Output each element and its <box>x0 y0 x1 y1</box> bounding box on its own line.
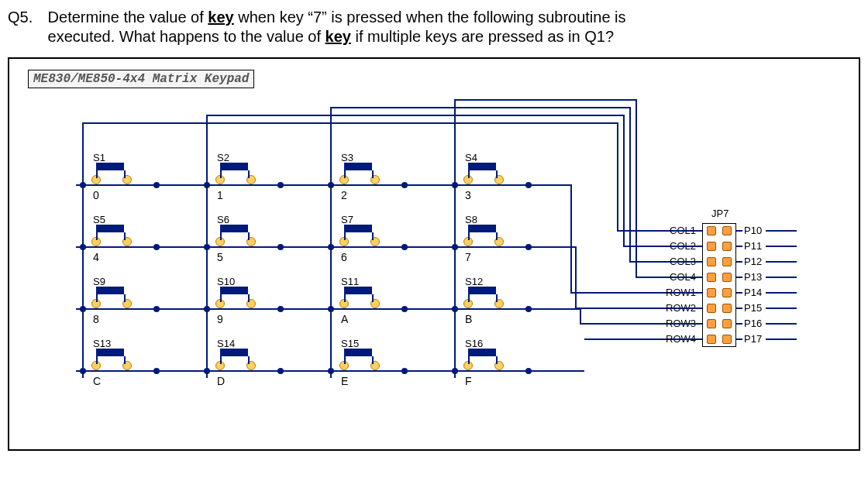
switch-label-S6: S6 <box>217 214 229 225</box>
switch-cap-S13 <box>96 349 124 356</box>
switch-key-S15: E <box>341 375 348 387</box>
diagram-title: ME830/ME850-4x4 Matrix Keypad <box>28 70 254 88</box>
jp-pad-r-0 <box>722 226 732 235</box>
switch-key-S10: 9 <box>217 313 223 325</box>
switch-key-S16: F <box>465 375 472 387</box>
switch-key-S6: 5 <box>217 251 223 263</box>
row-drop-2 <box>580 308 581 323</box>
jp-title: JP7 <box>711 208 728 219</box>
jp-pad-l-1 <box>707 242 716 251</box>
switch-label-S8: S8 <box>465 214 477 225</box>
jp-pad-r-5 <box>722 304 732 313</box>
col-drop-0 <box>617 122 618 230</box>
switch-label-S3: S3 <box>341 152 353 163</box>
jp-pad-l-6 <box>707 319 716 328</box>
switch-label-S4: S4 <box>465 152 477 163</box>
switch-cap-S6 <box>220 225 248 232</box>
question-text: Q5. Determine the value of key when key … <box>8 8 860 46</box>
switch-cap-S10 <box>220 287 248 294</box>
jp-pad-l-3 <box>707 273 716 282</box>
switch-cap-S1 <box>96 163 124 170</box>
switch-key-S7: 6 <box>341 251 347 263</box>
switch-cap-S11 <box>344 287 372 294</box>
switch-cap-S14 <box>220 349 248 356</box>
col-drop-3 <box>636 99 637 277</box>
diagram-frame: ME830/ME850-4x4 Matrix Keypad S10S21S32S… <box>8 57 860 451</box>
col-bus-3 <box>454 99 636 101</box>
switch-label-S1: S1 <box>93 152 105 163</box>
switch-key-S1: 0 <box>93 189 99 201</box>
switch-key-S3: 2 <box>341 189 347 201</box>
col-drop-2 <box>629 107 631 261</box>
col-bus-0 <box>82 122 617 124</box>
switch-label-S5: S5 <box>93 214 105 225</box>
jp-pad-r-7 <box>722 335 732 344</box>
jp-pad-l-4 <box>707 288 716 297</box>
switch-label-S7: S7 <box>341 214 353 225</box>
switch-key-S5: 4 <box>93 251 99 263</box>
col-wire-3 <box>454 99 456 378</box>
switch-label-S15: S15 <box>341 338 359 349</box>
switch-key-S13: C <box>93 375 101 387</box>
col-bus-2 <box>330 107 629 108</box>
col-drop-1 <box>623 115 625 246</box>
switch-label-S11: S11 <box>341 276 359 287</box>
switch-key-S11: A <box>341 313 348 325</box>
switch-cap-S15 <box>344 349 372 356</box>
jp-pad-l-2 <box>707 257 716 266</box>
row-to-jp-0 <box>570 292 671 294</box>
switch-key-S4: 3 <box>465 189 471 201</box>
switch-cap-S7 <box>344 225 372 232</box>
row-drop-1 <box>575 246 577 307</box>
jp-pad-r-2 <box>722 257 732 266</box>
jp-pad-r-1 <box>722 242 732 251</box>
switch-cap-S12 <box>468 287 496 294</box>
switch-label-S9: S9 <box>93 276 105 287</box>
col-wire-2 <box>330 107 332 378</box>
jp-pad-r-4 <box>722 288 732 297</box>
switch-cap-S9 <box>96 287 124 294</box>
switch-cap-S8 <box>468 225 496 232</box>
jp-pad-r-6 <box>722 319 732 328</box>
switch-label-S12: S12 <box>465 276 483 287</box>
switch-key-S9: 8 <box>93 313 99 325</box>
switch-label-S13: S13 <box>93 338 111 349</box>
switch-key-S12: B <box>465 313 472 325</box>
jp-pad-l-5 <box>707 304 716 313</box>
switch-cap-S16 <box>468 349 496 356</box>
switch-cap-S4 <box>468 163 496 170</box>
switch-key-S8: 7 <box>465 251 471 263</box>
switch-cap-S3 <box>344 163 372 170</box>
switch-label-S10: S10 <box>217 276 235 287</box>
switch-key-S2: 1 <box>217 189 223 201</box>
col-wire-0 <box>82 122 84 378</box>
switch-label-S14: S14 <box>217 338 235 349</box>
q-label: Q5. <box>8 8 43 27</box>
switch-key-S14: D <box>217 375 225 387</box>
jp-pad-r-3 <box>722 273 732 282</box>
schematic-canvas: S10S21S32S43S54S65S76S87S98S109S11AS12BS… <box>28 91 834 432</box>
col-bus-1 <box>206 115 623 116</box>
switch-cap-S2 <box>220 163 248 170</box>
jp-pad-l-7 <box>707 335 716 344</box>
switch-cap-S5 <box>96 225 124 232</box>
row-drop-0 <box>570 184 572 292</box>
jp-pad-l-0 <box>707 226 716 235</box>
switch-label-S2: S2 <box>217 152 229 163</box>
switch-label-S16: S16 <box>465 338 483 349</box>
